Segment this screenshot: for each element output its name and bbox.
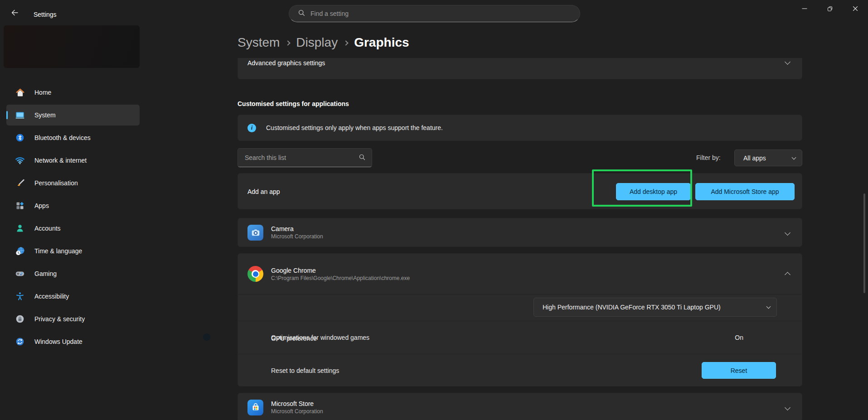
app-row-camera[interactable]: Camera Microsoft Corporation [238, 218, 802, 247]
sidebar-item-home[interactable]: Home [6, 82, 140, 103]
sidebar-label: Time & language [34, 247, 82, 255]
sidebar-item-system[interactable]: System [6, 105, 140, 126]
app-name: Microsoft Store [271, 400, 323, 408]
breadcrumb: System Display Graphics [238, 34, 409, 52]
apps-icon [15, 201, 25, 211]
accessibility-icon [15, 291, 25, 301]
network-icon [15, 155, 25, 165]
advanced-graphics-settings-label: Advanced graphics settings [247, 59, 325, 67]
time-language-icon [15, 246, 25, 256]
breadcrumb-system[interactable]: System [238, 35, 280, 50]
sidebar-label: Personalisation [34, 179, 78, 187]
privacy-icon [15, 314, 25, 324]
info-bar: Customised settings only apply when apps… [238, 115, 802, 141]
filter-value: All apps [743, 154, 766, 162]
close-icon [853, 6, 858, 13]
close-button[interactable] [843, 0, 868, 18]
back-button[interactable] [6, 5, 23, 21]
sidebar-item-windows-update[interactable]: Windows Update [6, 331, 140, 352]
sidebar-label: Network & internet [34, 157, 87, 164]
divider [238, 294, 801, 294]
chevron-right-icon [286, 40, 291, 45]
sidebar-label: Home [34, 89, 51, 96]
reset-button[interactable]: Reset [702, 362, 776, 379]
chevron-down-icon [766, 304, 771, 309]
info-text: Customised settings only apply when apps… [266, 124, 443, 131]
sidebar-label: Apps [34, 202, 49, 209]
chevron-right-icon [344, 40, 349, 45]
bluetooth-icon [15, 133, 25, 143]
gpu-preference-dropdown[interactable]: High Performance (NVIDIA GeForce RTX 305… [533, 298, 777, 317]
sidebar-label: System [34, 111, 56, 119]
find-setting-search[interactable] [289, 5, 580, 22]
sidebar-label: Privacy & security [34, 315, 85, 323]
reset-default-label: Reset to default settings [271, 367, 339, 374]
sidebar-item-privacy-security[interactable]: Privacy & security [6, 309, 140, 329]
windows-update-icon [15, 337, 25, 347]
minimize-button[interactable] [792, 0, 817, 18]
sidebar-label: Accounts [34, 225, 61, 232]
minimize-icon [802, 6, 807, 13]
breadcrumb-display[interactable]: Display [296, 35, 338, 50]
home-icon [15, 87, 25, 97]
app-name: Google Chrome [271, 266, 410, 275]
sidebar-item-bluetooth-devices[interactable]: Bluetooth & devices [6, 127, 140, 148]
sidebar-label: Bluetooth & devices [34, 134, 91, 141]
restore-button[interactable] [817, 0, 843, 18]
search-this-list[interactable] [238, 148, 372, 167]
add-desktop-app-button[interactable]: Add desktop app [616, 183, 691, 200]
toggle-state-label: On [735, 334, 743, 341]
system-icon [15, 110, 25, 120]
search-icon [298, 10, 305, 18]
advanced-graphics-settings-row[interactable]: Advanced graphics settings [238, 58, 802, 79]
app-path: C:\Program Files\Google\Chrome\Applicati… [271, 275, 410, 282]
gpu-preference-value: High Performance (NVIDIA GeForce RTX 305… [543, 304, 721, 311]
find-setting-input[interactable] [310, 10, 572, 17]
gaming-icon [15, 269, 25, 279]
sidebar-item-accounts[interactable]: Accounts [6, 218, 140, 239]
accounts-icon [15, 223, 25, 233]
app-title: Settings [34, 11, 57, 18]
google-chrome-app-icon [247, 266, 263, 282]
settings-window: { "window": { "title": "Settings", "sear… [0, 0, 868, 420]
chevron-down-icon [792, 155, 796, 159]
chevron-down-icon[interactable] [785, 59, 790, 65]
windowed-games-label: Optimisations for windowed games [271, 334, 369, 341]
scrollbar-thumb[interactable] [863, 193, 865, 293]
sidebar-item-time-language[interactable]: Time & language [6, 241, 140, 261]
sidebar-label: Accessibility [34, 293, 69, 300]
list-search-input[interactable] [245, 154, 359, 161]
personalisation-icon [15, 178, 25, 188]
breadcrumb-graphics: Graphics [354, 35, 409, 50]
info-icon [247, 124, 256, 132]
sidebar-item-gaming[interactable]: Gaming [6, 263, 140, 284]
window-controls [792, 0, 868, 18]
filter-by-label: Filter by: [696, 148, 721, 167]
sidebar-label: Windows Update [34, 338, 82, 345]
app-publisher: Microsoft Corporation [271, 233, 323, 240]
chevron-up-icon[interactable] [785, 272, 790, 278]
app-publisher: Microsoft Corporation [271, 408, 323, 415]
back-arrow-icon [11, 9, 19, 18]
filter-apps-dropdown[interactable]: All apps [734, 150, 802, 166]
microsoft-store-app-icon [247, 400, 263, 415]
divider [238, 321, 801, 321]
user-profile-redacted[interactable] [4, 25, 140, 68]
sidebar-item-accessibility[interactable]: Accessibility [6, 286, 140, 307]
chevron-down-icon[interactable] [785, 230, 790, 236]
sidebar-item-apps[interactable]: Apps [6, 195, 140, 216]
sidebar-label: Gaming [34, 270, 57, 277]
search-icon [359, 154, 365, 162]
chevron-down-icon[interactable] [785, 405, 790, 410]
app-row-google-chrome[interactable]: Google Chrome C:\Program Files\Google\Ch… [238, 254, 802, 294]
restore-icon [827, 6, 833, 13]
app-row-microsoft-store[interactable]: Microsoft Store Microsoft Corporation [238, 393, 802, 420]
add-an-app-row: Add an app Add desktop app Add Microsoft… [238, 173, 802, 209]
camera-app-icon [247, 225, 263, 241]
app-name: Camera [271, 225, 323, 233]
app-card-google-chrome: Google Chrome C:\Program Files\Google\Ch… [238, 253, 802, 386]
divider [238, 354, 801, 354]
sidebar-item-network-internet[interactable]: Network & internet [6, 150, 140, 171]
sidebar-item-personalisation[interactable]: Personalisation [6, 173, 140, 193]
add-microsoft-store-app-button[interactable]: Add Microsoft Store app [695, 183, 795, 200]
